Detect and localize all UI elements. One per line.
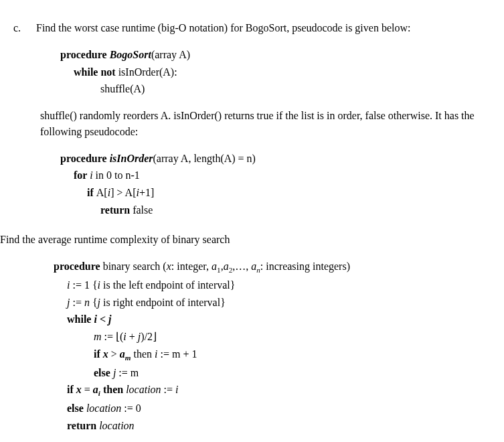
code-line: if x = ai then location := i <box>54 381 491 400</box>
question-text: Find the worst case runtime (big-O notat… <box>36 22 410 33</box>
code-line: procedure BogoSort(array A) <box>60 46 491 64</box>
question-binary-search: Find the average runtime complexity of b… <box>0 232 491 434</box>
bogosort-code: procedure BogoSort(array A) while not is… <box>0 46 491 98</box>
code-line: else j := m <box>54 364 491 382</box>
code-line: i := 1 {i is the left endpoint of interv… <box>54 277 491 294</box>
code-line: procedure isInOrder(array A, length(A) =… <box>60 150 491 167</box>
code-line: shuffle(A) <box>60 80 491 98</box>
question-c-prompt: c. Find the worst case runtime (big-O no… <box>0 20 491 36</box>
question-binary-prompt: Find the average runtime complexity of b… <box>0 232 491 248</box>
code-line: return location <box>54 417 491 435</box>
code-line: while i < j <box>54 311 491 328</box>
binary-search-code: procedure binary search (x: integer, a1,… <box>0 258 491 434</box>
isinorder-code: procedure isInOrder(array A, length(A) =… <box>0 150 491 218</box>
code-line: m := ⌊(i + j)/2⌋ <box>54 328 491 346</box>
code-line: for i in 0 to n-1 <box>60 167 491 184</box>
code-line: return false <box>60 202 491 219</box>
code-line: else location := 0 <box>54 400 491 417</box>
code-line: j := n {j is right endpoint of interval} <box>54 294 491 311</box>
question-c: c. Find the worst case runtime (big-O no… <box>0 20 491 218</box>
code-line: procedure binary search (x: integer, a1,… <box>54 258 491 277</box>
code-line: if A[i] > A[i+1] <box>60 184 491 202</box>
question-label: c. <box>13 20 33 36</box>
code-line: while not isInOrder(A): <box>60 64 491 81</box>
shuffle-description: shuffle() randomly reorders A. isInOrder… <box>0 108 491 140</box>
code-line: if x > am then i := m + 1 <box>54 346 491 364</box>
